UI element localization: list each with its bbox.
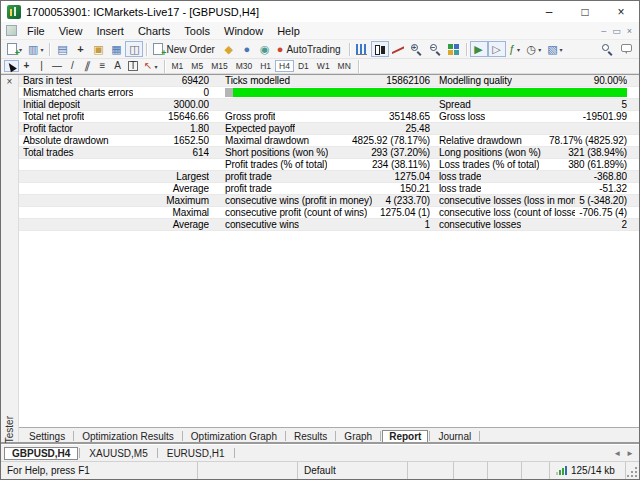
maximize-button[interactable]: □ xyxy=(567,1,603,22)
indicators-button[interactable]: ƒ▾ xyxy=(506,41,524,57)
auto-scroll-button[interactable]: ▶ xyxy=(470,41,488,57)
zoom-out-button[interactable]: − xyxy=(426,41,445,57)
cursor-tool[interactable] xyxy=(4,60,19,72)
timeframe-h4-button[interactable]: H4 xyxy=(275,60,294,72)
community-icon: ◉ xyxy=(260,44,270,55)
chat-button[interactable] xyxy=(617,41,635,57)
dropdown-arrow-icon: ▾ xyxy=(538,46,541,53)
report-row: Total net profit15646.66Gross profit3514… xyxy=(19,111,639,123)
report-label: Relative drawdown xyxy=(439,135,522,146)
report-pair: Largest xyxy=(23,171,209,182)
minimize-button[interactable]: – xyxy=(531,1,567,22)
menu-insert[interactable]: Insert xyxy=(89,25,131,37)
new-order-button[interactable]: New Order xyxy=(150,41,219,57)
equidistant-channel-tool[interactable]: ∥ xyxy=(80,60,95,72)
periods-button[interactable]: ◷▾ xyxy=(524,41,545,57)
report-label: Short positions (won %) xyxy=(225,147,328,158)
autotrading-button[interactable]: ●AutoTrading xyxy=(274,41,346,57)
tab-scroll-right-icon[interactable]: ► xyxy=(626,449,634,458)
terminal-button[interactable]: ▦ xyxy=(107,41,125,57)
mdi-minimize-button[interactable]: – xyxy=(601,26,606,36)
timeframe-mn-button[interactable]: MN xyxy=(334,60,355,72)
menu-view[interactable]: View xyxy=(52,25,90,37)
zoom-in-button[interactable]: + xyxy=(407,41,426,57)
trendline-tool[interactable]: / xyxy=(65,60,80,72)
report-pair: Absolute drawdown1652.50 xyxy=(23,135,209,146)
tester-close-button[interactable]: × xyxy=(7,77,13,87)
arrows-tool[interactable]: ↖▾ xyxy=(141,60,160,72)
menu-file[interactable]: File xyxy=(20,25,52,37)
new-chart-button[interactable]: ▾ xyxy=(4,41,25,57)
fibonacci-tool[interactable]: ≡ xyxy=(95,60,110,72)
report-value: 1652.50 xyxy=(170,135,209,146)
navigator-button[interactable]: ▣ xyxy=(89,41,107,57)
menu-tools[interactable]: Tools xyxy=(177,25,217,37)
tester-tab-results[interactable]: Results xyxy=(287,430,334,443)
report-pair: Short positions (won %)293 (37.20%) xyxy=(225,147,430,158)
timeframe-m30-button[interactable]: M30 xyxy=(232,60,257,72)
indicators-icon: ƒ xyxy=(509,44,515,55)
search-button[interactable] xyxy=(598,41,617,57)
chart-shift-button[interactable]: ▷ xyxy=(488,41,506,57)
report-label: consecutive loss (count of losses) xyxy=(439,207,575,218)
profiles-button[interactable]: ▥▾ xyxy=(25,41,46,57)
report-pair: consecutive losses2 xyxy=(439,219,627,230)
market-watch-button[interactable]: ▤ xyxy=(53,41,71,57)
report-label: consecutive losses xyxy=(439,219,521,230)
mdi-close-button[interactable]: × xyxy=(627,26,632,36)
new-order-label: New Order xyxy=(164,44,216,55)
menu-charts[interactable]: Charts xyxy=(131,25,177,37)
timeframe-m1-button[interactable]: M1 xyxy=(168,60,188,72)
report-value: 1275.04 xyxy=(391,171,430,182)
tile-windows-button[interactable] xyxy=(445,41,463,57)
timeframe-w1-button[interactable]: W1 xyxy=(313,60,334,72)
chart-tab-gbpusd-h4[interactable]: GBPUSD,H4 xyxy=(4,447,78,460)
app-logo-icon xyxy=(7,5,21,19)
timeframe-m5-button[interactable]: M5 xyxy=(187,60,207,72)
line-chart-button[interactable] xyxy=(389,41,407,57)
timeframe-h1-button[interactable]: H1 xyxy=(256,60,275,72)
text-tool[interactable]: A xyxy=(110,60,125,72)
report-label: Absolute drawdown xyxy=(23,135,109,146)
tester-tab-optimization-results[interactable]: Optimization Results xyxy=(75,430,181,443)
resize-grip[interactable] xyxy=(626,462,639,479)
chart-window-tabs: GBPUSD,H4XAUUSD,M5EURUSD,H1 ◄ ► xyxy=(1,444,639,461)
report-value: 1275.04 (1) xyxy=(376,207,430,218)
tester-tab-report[interactable]: Report xyxy=(382,430,428,443)
tester-tab-settings[interactable]: Settings xyxy=(22,430,72,443)
timeframe-d1-button[interactable]: D1 xyxy=(294,60,313,72)
report-value: Average xyxy=(169,183,209,194)
candlestick-chart-button[interactable] xyxy=(371,41,389,57)
bar-chart-button[interactable] xyxy=(353,41,371,57)
horizontal-line-tool[interactable]: — xyxy=(49,60,65,72)
crosshair-tool[interactable]: + xyxy=(19,60,34,72)
tab-scroll-left-icon[interactable]: ◄ xyxy=(613,449,621,458)
toolbar-separator xyxy=(146,43,147,56)
close-button[interactable]: × xyxy=(603,1,639,22)
market-watch-icon: ▤ xyxy=(57,44,67,55)
metaeditor-button[interactable]: ◆ xyxy=(220,41,238,57)
tester-tab-journal[interactable]: Journal xyxy=(431,430,478,443)
data-window-button[interactable]: + xyxy=(71,41,89,57)
tester-tab-graph[interactable]: Graph xyxy=(337,430,379,443)
tester-tabs: SettingsOptimization ResultsOptimization… xyxy=(19,427,639,444)
mdi-restore-button[interactable]: ▭ xyxy=(612,26,621,36)
experts-button[interactable]: ● xyxy=(238,41,256,57)
menu-window[interactable]: Window xyxy=(217,25,270,37)
menu-help[interactable]: Help xyxy=(270,25,307,37)
line-chart-icon xyxy=(392,44,404,55)
tester-tab-optimization-graph[interactable]: Optimization Graph xyxy=(184,430,284,443)
timeframe-m15-button[interactable]: M15 xyxy=(207,60,232,72)
text-label-tool[interactable]: T xyxy=(125,60,141,72)
vertical-line-tool[interactable]: | xyxy=(34,60,49,72)
strategy-tester-button[interactable]: ◫ xyxy=(125,41,143,57)
templates-button[interactable]: ▧▾ xyxy=(544,41,565,57)
chart-shift-icon: ▷ xyxy=(492,44,500,55)
community-button[interactable]: ◉ xyxy=(256,41,274,57)
chart-tab-eurusd-h1[interactable]: EURUSD,H1 xyxy=(159,447,233,460)
arrows-icon: ↖ xyxy=(144,61,152,71)
status-profile[interactable]: Default xyxy=(298,462,408,479)
new-order-icon xyxy=(153,43,163,55)
chart-tab-xauusd-m5[interactable]: XAUUSD,M5 xyxy=(81,447,155,460)
report-value: 293 (37.20%) xyxy=(367,147,430,158)
